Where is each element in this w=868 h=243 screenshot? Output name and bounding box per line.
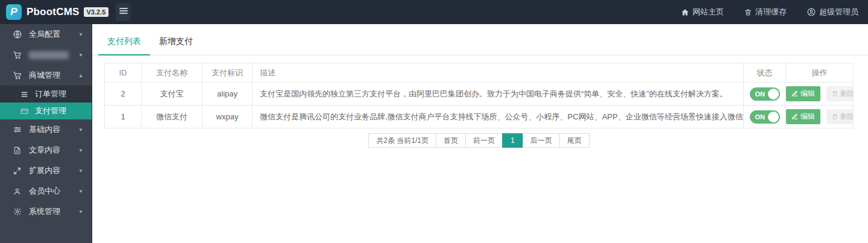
top-bar: P PbootCMS V3.2.5 网站主页 清理缓存 超级管理员	[0, 0, 868, 24]
col-header-name: 支付名称	[142, 63, 203, 83]
col-header-code: 支付标识	[203, 63, 253, 83]
cell-description: 支付宝是国内领先的独立第三方支付平台，由阿里巴巴集团创办。致力于为中国电子商务提…	[253, 83, 744, 106]
expand-icon	[13, 167, 22, 175]
pagination-page-1-button[interactable]: 1	[502, 133, 523, 148]
sidebar-item-label: 支付管理	[35, 106, 66, 116]
pagination-last-button[interactable]: 尾页	[559, 133, 590, 148]
pagination-prev-button[interactable]: 前一页	[465, 133, 503, 148]
cell-status: ON	[744, 106, 786, 128]
site-home-label: 网站主页	[693, 7, 724, 17]
pagination-next-button[interactable]: 后一页	[523, 133, 560, 148]
sidebar-item-label: 文章内容	[29, 145, 60, 156]
sidebar-item-payment-management[interactable]: 支付管理	[0, 103, 92, 119]
admin-user-label: 超级管理员	[819, 7, 858, 17]
delete-button[interactable]: 删除	[826, 109, 854, 124]
chevron-down-icon: ▼	[78, 127, 83, 133]
globe-icon	[13, 30, 22, 39]
chevron-down-icon: ▼	[78, 148, 83, 153]
pagination: 共2条 当前1/1页 首页 前一页 1 后一页 尾页	[104, 133, 854, 148]
tab-bar: 支付列表 新增支付	[92, 24, 868, 55]
edit-icon	[791, 113, 798, 120]
brand: P PbootCMS V3.2.5	[0, 4, 108, 20]
delete-icon	[832, 113, 838, 120]
delete-icon	[832, 90, 838, 97]
sidebar-item-label: 系统管理	[29, 206, 60, 217]
chevron-down-icon: ▼	[78, 168, 83, 174]
sidebar-item-label: 订单管理	[35, 89, 66, 99]
table-row: 1 微信支付 wxpay 微信支付是腾讯公司的支付业务品牌,微信支付商户平台支持…	[105, 106, 854, 128]
cell-status: ON	[744, 83, 786, 106]
tab-add-payment[interactable]: 新增支付	[150, 29, 202, 55]
col-header-operations: 操作	[786, 63, 854, 83]
cell-code: alipay	[203, 83, 253, 106]
edit-button[interactable]: 编辑	[786, 86, 820, 101]
cart-icon	[13, 51, 22, 59]
sidebar-item-mall-management[interactable]: 商城管理 ▲	[0, 65, 92, 86]
cell-name: 支付宝	[142, 83, 203, 106]
sliders-icon	[13, 125, 22, 134]
admin-user-link[interactable]: 超级管理员	[807, 7, 858, 17]
sidebar-item-member-center[interactable]: 会员中心 ▼	[0, 181, 92, 201]
col-header-status: 状态	[744, 63, 786, 83]
table-row: 2 支付宝 alipay 支付宝是国内领先的独立第三方支付平台，由阿里巴巴集团创…	[105, 83, 854, 106]
sidebar-item-basic-content[interactable]: 基础内容 ▼	[0, 119, 92, 140]
clear-cache-link[interactable]: 清理缓存	[744, 7, 787, 17]
pagination-first-button[interactable]: 首页	[436, 133, 466, 148]
chevron-down-icon: ▼	[78, 209, 83, 215]
cell-description: 微信支付是腾讯公司的支付业务品牌,微信支付商户平台支持线下场所、公众号、小程序、…	[253, 106, 744, 128]
file-icon	[13, 147, 22, 154]
trash-icon	[744, 8, 752, 16]
tab-payment-list[interactable]: 支付列表	[98, 29, 150, 55]
edit-button[interactable]: 编辑	[786, 109, 820, 124]
edit-button-label: 编辑	[800, 112, 815, 122]
toggle-knob-icon	[768, 89, 779, 99]
cell-name: 微信支付	[142, 106, 203, 128]
site-home-link[interactable]: 网站主页	[681, 7, 724, 17]
table-header-row: ID 支付名称 支付标识 描述 状态 操作	[105, 63, 854, 83]
main-content: 支付列表 新增支付 ID 支付名称 支付标识 描述 状态 操作 2	[92, 24, 868, 243]
cell-id: 2	[105, 83, 142, 106]
sidebar-item-label: 基础内容	[29, 124, 60, 135]
col-header-description: 描述	[253, 63, 744, 83]
cart-icon	[13, 71, 22, 80]
edit-icon	[791, 90, 798, 97]
cell-operations: 编辑 删除	[786, 83, 854, 106]
delete-button-label: 删除	[840, 112, 854, 122]
chevron-down-icon: ▼	[78, 52, 83, 58]
edit-button-label: 编辑	[800, 89, 815, 99]
menu-toggle-button[interactable]	[116, 3, 131, 21]
user-circle-icon	[807, 8, 816, 16]
user-icon	[13, 188, 22, 195]
sidebar-item-article-content[interactable]: 文章内容 ▼	[0, 140, 92, 160]
clear-cache-label: 清理缓存	[755, 7, 787, 17]
delete-button[interactable]: 删除	[826, 86, 854, 101]
toggle-on-label: ON	[755, 87, 766, 101]
cell-operations: 编辑 删除	[786, 106, 854, 128]
col-header-id: ID	[105, 63, 142, 83]
cell-id: 1	[105, 106, 142, 128]
sidebar-item-global-config[interactable]: 全局配置 ▼	[0, 24, 92, 45]
pbootcms-logo-icon: P	[6, 4, 22, 20]
chevron-down-icon: ▼	[78, 189, 83, 194]
brand-name: PbootCMS	[27, 6, 80, 18]
hamburger-icon	[119, 6, 128, 18]
status-toggle[interactable]: ON	[750, 110, 780, 124]
credit-card-icon	[20, 107, 29, 115]
chevron-down-icon: ▼	[78, 32, 83, 37]
sidebar-item-label: 全局配置	[29, 29, 60, 40]
sidebar: 全局配置 ▼ ▼ 商城管理 ▲ 订单管理 支付管理 基础内容 ▼	[0, 24, 92, 243]
sidebar-item-redacted[interactable]: ▼	[0, 45, 92, 65]
sidebar-item-label: 扩展内容	[29, 165, 60, 176]
toggle-on-label: ON	[755, 110, 766, 124]
cell-code: wxpay	[203, 106, 253, 128]
sidebar-item-order-management[interactable]: 订单管理	[0, 86, 92, 103]
chevron-up-icon: ▲	[78, 73, 83, 78]
status-toggle[interactable]: ON	[750, 87, 780, 101]
gear-icon	[13, 207, 22, 216]
version-badge: V3.2.5	[84, 7, 109, 17]
sidebar-item-label: 商城管理	[29, 70, 60, 81]
delete-button-label: 删除	[840, 89, 854, 99]
sidebar-item-system-management[interactable]: 系统管理 ▼	[0, 201, 92, 222]
payment-table: ID 支付名称 支付标识 描述 状态 操作 2 支付宝 alipay 支付宝是国…	[104, 63, 854, 128]
sidebar-item-extended-content[interactable]: 扩展内容 ▼	[0, 160, 92, 181]
